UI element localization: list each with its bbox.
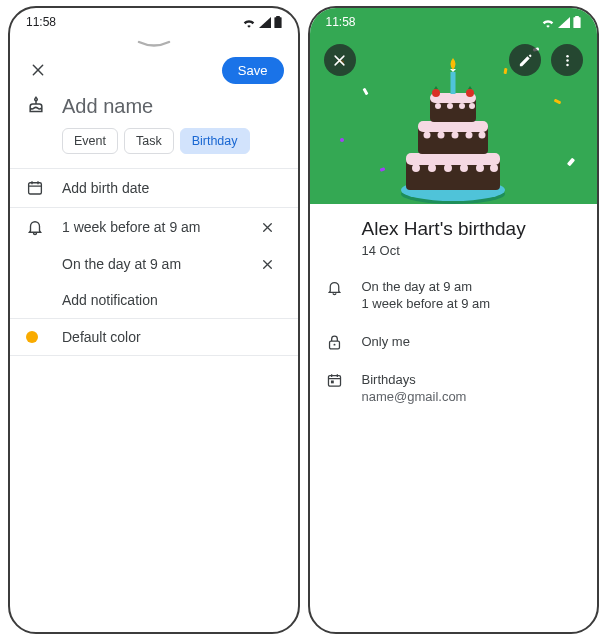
svg-point-30 [566,63,569,66]
bell-icon [326,279,343,296]
chip-birthday[interactable]: Birthday [180,128,250,154]
wifi-icon [541,17,555,28]
color-swatch-icon [26,331,38,343]
event-header: Alex Hart's birthday 14 Oct [326,218,582,258]
calendar-name: Birthdays [362,371,582,389]
svg-point-21 [447,103,453,109]
svg-point-17 [479,132,486,139]
detail-body: Alex Hart's birthday 14 Oct On the day a… [310,204,598,430]
title-row: Add name [10,90,298,126]
wifi-icon [242,17,256,28]
close-button[interactable] [324,44,356,76]
close-icon [261,221,274,234]
svg-point-7 [444,164,452,172]
notification-1: 1 week before at 9 am [362,295,582,313]
close-icon [332,53,347,68]
status-time: 11:58 [26,15,56,29]
add-notification-row[interactable]: Add notification [10,282,298,318]
signal-icon [259,17,271,28]
top-bar: Save [10,50,298,90]
svg-point-10 [490,164,498,172]
status-icons [242,16,282,28]
svg-rect-26 [451,72,456,94]
save-button[interactable]: Save [222,57,284,84]
svg-point-20 [435,103,441,109]
svg-point-16 [466,132,473,139]
close-icon [30,62,46,78]
more-vert-icon [560,53,575,68]
status-icons [541,16,581,28]
svg-point-23 [469,103,475,109]
svg-point-6 [428,164,436,172]
svg-rect-0 [29,183,42,194]
chip-task[interactable]: Task [124,128,174,154]
calendar-icon [26,179,44,197]
edit-button[interactable] [509,44,541,76]
notification-1-label: On the day at 9 am [62,256,254,272]
svg-point-15 [452,132,459,139]
close-button[interactable] [24,56,52,84]
pencil-icon [518,53,533,68]
type-chips: Event Task Birthday [10,126,298,168]
remove-notification-0[interactable] [254,221,282,234]
phone-view-birthday: 11:58 Alex Har [308,6,600,634]
cake-icon [26,94,46,114]
calendar-icon [326,372,343,389]
bell-icon [26,218,44,236]
svg-point-25 [466,89,474,97]
calendar-account: name@gmail.com [362,388,582,406]
add-notification-label: Add notification [62,292,282,308]
phone-create-birthday: 11:58 Save Add name Event Task Birthday [8,6,300,634]
notification-0: On the day at 9 am [362,278,582,296]
svg-point-28 [566,54,569,57]
name-input[interactable]: Add name [62,95,153,118]
svg-rect-4 [406,153,500,165]
event-title: Alex Hart's birthday [362,218,526,241]
svg-point-5 [412,164,420,172]
drag-handle-icon[interactable] [10,36,298,50]
status-bar: 11:58 [310,8,598,36]
status-time: 11:58 [326,15,356,29]
notification-row-0[interactable]: 1 week before at 9 am [10,208,298,246]
status-bar: 11:58 [10,8,298,36]
visibility-label: Only me [362,333,582,351]
svg-point-9 [476,164,484,172]
color-label: Default color [62,329,282,345]
divider [10,355,298,356]
svg-point-22 [459,103,465,109]
svg-point-29 [566,59,569,62]
notification-0-label: 1 week before at 9 am [62,219,254,235]
color-row[interactable]: Default color [10,319,298,355]
birth-date-row[interactable]: Add birth date [10,169,298,207]
svg-rect-34 [330,380,333,383]
event-date: 14 Oct [362,243,526,258]
visibility-row: Only me [326,323,582,361]
overflow-menu-button[interactable] [551,44,583,76]
calendar-row: Birthdays name@gmail.com [326,361,582,416]
close-icon [261,258,274,271]
svg-rect-12 [418,121,488,132]
svg-point-13 [424,132,431,139]
signal-icon [558,17,570,28]
svg-point-24 [432,89,440,97]
notifications-row: On the day at 9 am 1 week before at 9 am [326,268,582,323]
birth-date-label: Add birth date [62,180,282,196]
birthday-cake-illustration [388,44,518,204]
svg-point-14 [438,132,445,139]
battery-icon [274,16,282,28]
svg-point-8 [460,164,468,172]
hero-image: 11:58 [310,8,598,204]
remove-notification-1[interactable] [254,258,282,271]
notification-row-1[interactable]: On the day at 9 am [10,246,298,282]
save-button-label: Save [238,63,268,78]
svg-rect-33 [328,375,340,386]
battery-icon [573,16,581,28]
lock-icon [326,334,343,351]
svg-point-32 [333,344,335,346]
chip-event[interactable]: Event [62,128,118,154]
